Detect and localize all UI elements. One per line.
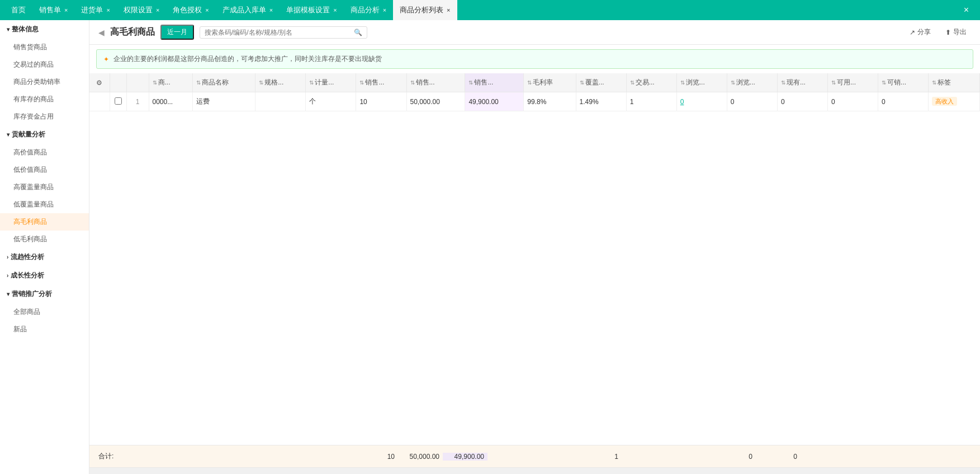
search-box[interactable]: 🔍 — [200, 26, 367, 39]
sidebar-item-high-value[interactable]: 高价值商品 — [0, 144, 89, 161]
sidebar-item-in-stock[interactable]: 有库存的商品 — [0, 91, 89, 108]
content-header: ◀ 高毛利商品 近一月 🔍 ↗ 分享 ⬆ 导出 — [89, 20, 980, 45]
cell-browse1[interactable]: 0 — [676, 92, 727, 111]
col-spec[interactable]: ⇅规格... — [255, 73, 306, 92]
group-marketing-label: 营销推广分析 — [12, 289, 52, 299]
sidebar-item-new-goods[interactable]: 新品 — [0, 321, 89, 338]
cell-coverage: 1.49% — [576, 92, 626, 111]
col-unit[interactable]: ⇅计量... — [306, 73, 356, 92]
col-sale-amount[interactable]: ⇅销售... — [406, 73, 465, 92]
col-gross-rate[interactable]: ⇅毛利率 — [524, 73, 576, 92]
sidebar-item-all-goods[interactable]: 全部商品 — [0, 303, 89, 321]
nav-analysis-list-close[interactable]: × — [447, 7, 450, 13]
col-checkbox — [110, 73, 126, 92]
col-sale-profit[interactable]: ⇅销售... — [465, 73, 524, 92]
table-header-row: ⚙ ⇅商... ⇅商品名称 ⇅规格... ⇅计量... ⇅销售... ⇅销售..… — [89, 73, 980, 92]
nav-permission-close[interactable]: × — [156, 7, 159, 13]
export-button[interactable]: ⬆ 导出 — [941, 25, 971, 39]
nav-analysis-list[interactable]: 商品分析列表 × — [393, 0, 457, 20]
col-transaction[interactable]: ⇅交易... — [626, 73, 676, 92]
total-current: 0 — [711, 453, 756, 461]
total-tag — [845, 453, 890, 461]
group-growth-arrow: › — [7, 273, 8, 279]
group-contribution-label: 贡献量分析 — [12, 130, 45, 139]
col-available[interactable]: ⇅可用... — [828, 73, 878, 92]
cell-settings — [89, 92, 110, 111]
total-sale-profit: 49,900.00 — [443, 453, 487, 461]
sidebar-group-marketing[interactable]: ▾ 营销推广分析 — [0, 285, 89, 303]
search-input[interactable] — [205, 29, 351, 36]
main-layout: ▾ 整体信息 销售货商品 交易过的商品 商品分类助销率 有库存的商品 库存资金占… — [0, 20, 980, 474]
nav-role-close[interactable]: × — [205, 7, 209, 13]
search-icon[interactable]: 🔍 — [354, 29, 362, 36]
nav-role[interactable]: 角色授权 × — [166, 0, 215, 20]
info-text: 企业的主要的利润都是这部分商品创造的，可考虑加大推广，同时关注库存是不要出现缺货 — [113, 54, 382, 64]
cell-available: 0 — [828, 92, 878, 111]
total-spacer3 — [202, 453, 247, 461]
sidebar-group-growth[interactable]: › 成长性分析 — [0, 266, 89, 285]
cell-sale-qty: 10 — [356, 92, 406, 111]
cell-browse2: 0 — [727, 92, 777, 111]
total-spacer5 — [314, 453, 353, 461]
goods-table: ⚙ ⇅商... ⇅商品名称 ⇅规格... ⇅计量... ⇅销售... ⇅销售..… — [89, 73, 980, 111]
total-sale-qty: 10 — [353, 453, 398, 461]
col-saleable[interactable]: ⇅可销... — [878, 73, 929, 92]
nav-template[interactable]: 单据模板设置 × — [280, 0, 343, 20]
nav-purchase[interactable]: 进货单 × — [74, 0, 116, 20]
horizontal-scrollbar[interactable] — [89, 467, 980, 474]
window-close-button[interactable]: × — [957, 5, 976, 15]
sidebar: ▾ 整体信息 销售货商品 交易过的商品 商品分类助销率 有库存的商品 库存资金占… — [0, 20, 89, 474]
footer-total: 合计: 10 50,000.00 49,900.00 1 0 0 — [89, 445, 980, 467]
share-icon: ↗ — [910, 29, 915, 36]
total-spacer4 — [247, 453, 314, 461]
nav-sales[interactable]: 销售单 × — [32, 0, 74, 20]
col-browse2[interactable]: ⇅浏览... — [727, 73, 777, 92]
sidebar-item-sale-goods[interactable]: 销售货商品 — [0, 39, 89, 56]
nav-permission[interactable]: 权限设置 × — [117, 0, 166, 20]
sidebar-item-high-margin[interactable]: 高毛利商品 — [0, 213, 89, 231]
nav-sales-close[interactable]: × — [64, 7, 68, 13]
total-label: 合计: — [98, 452, 165, 461]
nav-warehouse-close[interactable]: × — [269, 7, 273, 13]
col-tag[interactable]: ⇅标签 — [929, 73, 980, 92]
table-container[interactable]: ⚙ ⇅商... ⇅商品名称 ⇅规格... ⇅计量... ⇅销售... ⇅销售..… — [89, 73, 980, 445]
col-sale-qty[interactable]: ⇅销售... — [356, 73, 406, 92]
col-coverage[interactable]: ⇅覆盖... — [576, 73, 626, 92]
col-settings[interactable]: ⚙ — [89, 73, 110, 92]
total-browse2 — [666, 453, 711, 461]
nav-analysis-close[interactable]: × — [383, 7, 386, 13]
table-row[interactable]: 1 0000... 运费 个 10 50,000.00 49,900.00 99… — [89, 92, 980, 111]
sidebar-item-low-coverage[interactable]: 低覆盖量商品 — [0, 196, 89, 213]
time-filter-button[interactable]: 近一月 — [160, 25, 194, 40]
col-browse1[interactable]: ⇅浏览... — [676, 73, 727, 92]
table-body: 1 0000... 运费 个 10 50,000.00 49,900.00 99… — [89, 92, 980, 111]
group-growth-label: 成长性分析 — [11, 271, 44, 280]
sidebar-item-category-rate[interactable]: 商品分类助销率 — [0, 73, 89, 91]
sidebar-item-high-coverage[interactable]: 高覆盖量商品 — [0, 179, 89, 196]
sidebar-item-stock-capital[interactable]: 库存资金占用 — [0, 108, 89, 125]
sidebar-item-low-value[interactable]: 低价值商品 — [0, 161, 89, 179]
col-name[interactable]: ⇅商品名称 — [193, 73, 255, 92]
sidebar-group-trend[interactable]: › 流趋性分析 — [0, 248, 89, 266]
total-available: 0 — [756, 453, 801, 461]
page-title: 高毛利商品 — [110, 26, 155, 38]
sidebar-item-low-margin[interactable]: 低毛利商品 — [0, 231, 89, 248]
cell-checkbox[interactable] — [110, 92, 126, 111]
nav-home[interactable]: 首页 — [4, 0, 32, 20]
export-icon: ⬆ — [945, 29, 951, 36]
cell-current: 0 — [777, 92, 827, 111]
total-browse1 — [622, 453, 666, 461]
col-current[interactable]: ⇅现有... — [777, 73, 827, 92]
cell-unit: 个 — [306, 92, 356, 111]
nav-purchase-close[interactable]: × — [106, 7, 110, 13]
nav-template-close[interactable]: × — [333, 7, 337, 13]
sidebar-item-traded-goods[interactable]: 交易过的商品 — [0, 56, 89, 73]
share-button[interactable]: ↗ 分享 — [905, 25, 935, 39]
sidebar-group-overall[interactable]: ▾ 整体信息 — [0, 20, 89, 39]
total-spacer1 — [165, 453, 186, 461]
col-code[interactable]: ⇅商... — [149, 73, 193, 92]
sidebar-group-contribution[interactable]: ▾ 贡献量分析 — [0, 125, 89, 144]
nav-warehouse[interactable]: 产成品入库单 × — [216, 0, 280, 20]
sidebar-collapse-button[interactable]: ◀ — [98, 28, 105, 37]
nav-analysis[interactable]: 商品分析 × — [344, 0, 393, 20]
